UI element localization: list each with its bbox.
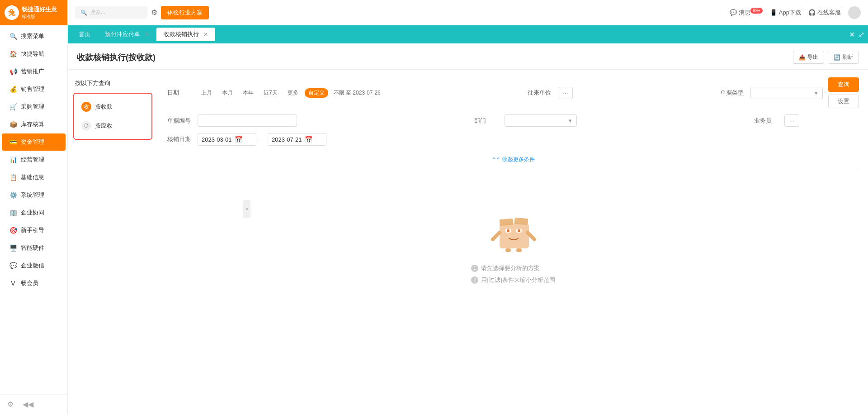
date-shortcut-thismonth[interactable]: 本月	[218, 88, 236, 98]
inventory-icon: 📦	[9, 121, 17, 128]
filter-option-by-receipt[interactable]: 收 按收款	[74, 97, 151, 116]
online-service-button[interactable]: 🎧 在线客服	[808, 9, 841, 17]
sidebar-item-member[interactable]: V 畅会员	[2, 275, 66, 292]
export-label: 导出	[807, 53, 818, 61]
sidebar-item-inventory[interactable]: 📦 库存核算	[2, 116, 66, 133]
setting-button[interactable]: 设置	[828, 95, 859, 108]
app-download-button[interactable]: 📱 App下载	[770, 9, 801, 17]
sidebar-item-fund[interactable]: 💳 资金管理	[2, 133, 66, 151]
tab-prepay-close-icon[interactable]: ✕	[145, 31, 149, 38]
tab-receipt[interactable]: 收款核销执行 ✕	[156, 28, 215, 41]
sidebar: 兔 畅捷通好生意 标准版 🔍 搜索菜单 🏠 快捷导航 📢 营销推广 💰 销售管理…	[0, 0, 68, 414]
page-inner: 收款核销执行(按收款) 📤 导出 🔄 刷新 按以下方查询	[68, 43, 868, 414]
empty-text: 1 请先选择要分析的方案 2 用[过滤]条件来缩小分析范围	[471, 262, 555, 286]
hint-text-2: 用[过滤]条件来缩小分析范围	[481, 274, 555, 286]
close-window-icon[interactable]: ✕	[849, 30, 855, 39]
date-label: 日期	[167, 89, 192, 97]
sidebar-item-guide[interactable]: 🎯 新手引导	[2, 222, 66, 239]
filter-option-by-receivable[interactable]: ⏱ 按应收	[74, 116, 151, 135]
page-title: 收款核销执行(按收款)	[77, 52, 156, 63]
sidebar-item-basic[interactable]: 📋 基础信息	[2, 169, 66, 186]
settings-icon[interactable]: ⚙	[7, 400, 14, 409]
tab-receipt-label: 收款核销执行	[164, 30, 199, 38]
chevron-up-icon: ⌃⌃	[491, 157, 500, 163]
tab-receipt-close-icon[interactable]: ✕	[203, 31, 208, 38]
query-button[interactable]: 查询	[828, 77, 859, 92]
sidebar-item-system[interactable]: ⚙️ 系统管理	[2, 186, 66, 204]
phone-icon: 📱	[770, 9, 777, 16]
app-edition: 标准版	[22, 14, 57, 19]
sidebar-item-operation[interactable]: 📊 经营管理	[2, 151, 66, 168]
tab-home[interactable]: 首页	[71, 28, 98, 41]
tab-prepay[interactable]: 预付冲应付单 ✕	[98, 28, 156, 41]
tabbar: 首页 预付冲应付单 ✕ 收款核销执行 ✕ ✕ ⤢	[68, 25, 868, 43]
svg-rect-0	[500, 224, 529, 248]
industry-solution-button[interactable]: 体验行业方案	[161, 6, 209, 19]
page-content: 收款核销执行(按收款) 📤 导出 🔄 刷新 按以下方查询	[68, 43, 868, 414]
bill-no-input[interactable]	[198, 114, 297, 127]
bill-type-select[interactable]: ▾	[750, 87, 823, 99]
svg-point-6	[518, 229, 520, 232]
online-service-label: 在线客服	[817, 9, 841, 17]
user-avatar[interactable]	[848, 6, 861, 19]
search-icon: 🔍	[80, 10, 87, 16]
collapse-more-button[interactable]: ⌃⌃ 收起更多条件	[491, 156, 535, 163]
sidebar-item-label: 新手引导	[21, 226, 44, 234]
search-placeholder-text: 搜索...	[90, 9, 105, 16]
verify-date-end-input[interactable]: 2023-07-21 📅	[268, 133, 326, 146]
date-shortcut-more[interactable]: 更多	[284, 88, 302, 98]
sidebar-item-wechat[interactable]: 💬 企业微信	[2, 257, 66, 274]
counterparty-input[interactable]: ···	[558, 87, 573, 99]
sidebar-item-hardware[interactable]: 🖥️ 智能硬件	[2, 239, 66, 257]
sidebar-item-enterprise[interactable]: 🏢 企业协同	[2, 204, 66, 221]
sidebar-item-shortcut[interactable]: 🏠 快捷导航	[2, 45, 66, 62]
query-actions: 查询 设置	[828, 77, 859, 108]
dept-label: 部门	[474, 117, 499, 125]
sidebar-item-purchase[interactable]: 🛒 采购管理	[2, 98, 66, 115]
sidebar-item-search[interactable]: 🔍 搜索菜单	[2, 28, 66, 45]
date-shortcuts: 上月 本月 本年 近7天 更多 自定义	[198, 88, 328, 98]
service-icon: 🎧	[808, 9, 816, 16]
calendar-end-icon: 📅	[305, 136, 312, 143]
date-shortcut-thisyear[interactable]: 本年	[239, 88, 257, 98]
verify-date-start-value: 2023-03-01	[202, 136, 232, 143]
page-header: 收款核销执行(按收款) 📤 导出 🔄 刷新	[68, 43, 868, 70]
svg-rect-10	[516, 248, 522, 252]
collapse-sidebar-icon[interactable]: ◀◀	[23, 400, 33, 409]
collapse-more-label: 收起更多条件	[502, 156, 535, 163]
query-area: 日期 上月 本月 本年 近7天 更多 自定义 不限 至 2023-07-26 往…	[158, 70, 868, 329]
bill-no-label: 单据编号	[167, 117, 192, 125]
dept-select[interactable]: ▾	[505, 114, 577, 127]
svg-rect-2	[514, 218, 528, 225]
svg-point-5	[507, 229, 509, 232]
system-icon: ⚙️	[9, 191, 17, 199]
export-button[interactable]: 📤 导出	[793, 51, 824, 64]
query-row-1: 日期 上月 本月 本年 近7天 更多 自定义 不限 至 2023-07-26 往…	[167, 77, 859, 108]
sidebar-item-label: 采购管理	[21, 103, 44, 111]
topbar-gear-icon[interactable]: ⚙	[151, 8, 157, 17]
salesperson-input[interactable]: ···	[784, 114, 799, 127]
message-badge: 99+	[750, 8, 763, 14]
sales-icon: 💰	[9, 86, 17, 93]
message-button[interactable]: 💬 消息 99+	[730, 9, 763, 17]
collapse-more-area: ⌃⌃ 收起更多条件	[167, 152, 859, 163]
message-label: 消息	[739, 9, 750, 17]
fund-icon: 💳	[9, 138, 17, 146]
app-download-label: App下载	[779, 9, 801, 17]
verify-date-start-input[interactable]: 2023-03-01 📅	[198, 133, 256, 146]
date-shortcut-lastmonth[interactable]: 上月	[198, 88, 216, 98]
search-icon: 🔍	[9, 33, 17, 40]
receivable-option-icon: ⏱	[81, 121, 91, 131]
guide-icon: 🎯	[9, 227, 17, 234]
sidebar-menu: 🔍 搜索菜单 🏠 快捷导航 📢 营销推广 💰 销售管理 🛒 采购管理 📦 库存核…	[0, 25, 67, 394]
date-shortcut-custom[interactable]: 自定义	[305, 88, 328, 98]
date-shortcut-7days[interactable]: 近7天	[260, 88, 281, 98]
maximize-icon[interactable]: ⤢	[859, 30, 864, 39]
topbar-search-area[interactable]: 🔍 搜索...	[75, 6, 147, 19]
sidebar-item-marketing[interactable]: 📢 营销推广	[2, 63, 66, 80]
tab-prepay-label: 预付冲应付单	[105, 30, 140, 38]
sidebar-item-sales[interactable]: 💰 销售管理	[2, 81, 66, 98]
refresh-button[interactable]: 🔄 刷新	[828, 51, 859, 64]
content-layout: 按以下方查询 收 按收款 ⏱ 按应收 «	[68, 70, 868, 329]
filter-panel: 收 按收款 ⏱ 按应收	[73, 93, 152, 140]
